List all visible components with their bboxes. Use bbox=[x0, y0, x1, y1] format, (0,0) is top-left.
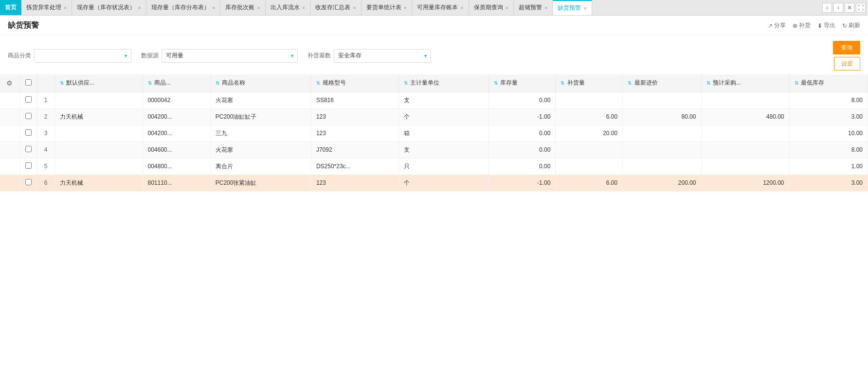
row-name-0: 火花塞 bbox=[210, 92, 311, 108]
tab-6[interactable]: 收发存汇总表 × bbox=[310, 0, 361, 15]
row-checkbox-cell-1[interactable] bbox=[19, 108, 37, 125]
col-code-label: 商品... bbox=[154, 79, 171, 86]
tab-7[interactable]: 要货单统计表 × bbox=[362, 0, 412, 15]
tab-3[interactable]: 现存量（库存分布表） × bbox=[146, 0, 220, 15]
row-checkbox-cell-2[interactable] bbox=[19, 125, 37, 141]
tab-close-all-btn[interactable]: ✕ bbox=[845, 3, 854, 13]
settings-button[interactable]: 设置 bbox=[834, 57, 860, 70]
col-supplier[interactable]: ⇅ 默认供应... bbox=[54, 74, 143, 92]
tab-home[interactable]: 首页 bbox=[0, 0, 21, 15]
table-row: 1 0000042 火花塞 SS816 支 0.00 8.00 bbox=[0, 92, 868, 108]
tab-9-label: 保质期查询 bbox=[474, 3, 503, 12]
row-est-purchase-2 bbox=[701, 125, 789, 141]
col-min-stock[interactable]: ⇅ 最低库存 bbox=[789, 74, 868, 92]
tab-3-close[interactable]: × bbox=[212, 5, 215, 11]
row-stock-1: -1.00 bbox=[488, 108, 556, 125]
table-row: 2 力天机械 004200... PC200油缸缸子 123 个 -1.00 6… bbox=[0, 108, 868, 125]
row-spec-3: J7092 bbox=[311, 141, 398, 158]
col-est-purchase[interactable]: ⇅ 预计采购... bbox=[701, 74, 789, 92]
tab-5[interactable]: 出入库流水 × bbox=[266, 0, 310, 15]
tab-next-btn[interactable]: › bbox=[833, 3, 843, 13]
tab-11-close[interactable]: × bbox=[583, 5, 586, 11]
row-unit-4: 只 bbox=[398, 158, 488, 175]
row-checkbox-2[interactable] bbox=[25, 129, 32, 136]
query-button[interactable]: 查询 bbox=[833, 41, 860, 54]
row-replenish-2: 20.00 bbox=[556, 125, 623, 141]
table-row: 6 力天机械 801110... PC200张紧油缸 123 个 -1.00 6… bbox=[0, 175, 868, 191]
row-name-4: 离合片 bbox=[210, 158, 311, 175]
export-action[interactable]: ⬇ 导出 bbox=[817, 21, 835, 30]
col-latest-price[interactable]: ⇅ 最新进价 bbox=[623, 74, 701, 92]
tab-8[interactable]: 可用量库存账本 × bbox=[412, 0, 469, 15]
tab-8-close[interactable]: × bbox=[460, 5, 463, 11]
row-replenish-4 bbox=[556, 158, 623, 175]
row-min-stock-0: 8.00 bbox=[789, 92, 868, 108]
sort-replenish-icon: ⇅ bbox=[561, 80, 564, 86]
gear-icon[interactable]: ⚙ bbox=[6, 79, 13, 87]
tab-1-close[interactable]: × bbox=[64, 5, 67, 11]
tab-10[interactable]: 超储预警 × bbox=[514, 0, 553, 15]
row-latest-price-3 bbox=[623, 141, 701, 158]
row-checkbox-cell-5[interactable] bbox=[19, 175, 37, 191]
col-replenish[interactable]: ⇅ 补货量 bbox=[556, 74, 623, 92]
row-unit-0: 支 bbox=[398, 92, 488, 108]
select-all-checkbox[interactable] bbox=[25, 79, 32, 86]
col-code[interactable]: ⇅ 商品... bbox=[143, 74, 210, 92]
row-stock-5: -1.00 bbox=[488, 175, 556, 191]
col-unit[interactable]: ⇅ 主计量单位 bbox=[398, 74, 488, 92]
refresh-action[interactable]: ↻ 刷新 bbox=[842, 21, 860, 30]
data-table: ⚙ ⇅ 默认供应... ⇅ 商品... ⇅ bbox=[0, 74, 868, 192]
tab-prev-btn[interactable]: ‹ bbox=[822, 3, 832, 13]
tab-9-close[interactable]: × bbox=[506, 5, 508, 11]
tab-fullscreen-btn[interactable]: ⛶ bbox=[856, 3, 866, 13]
filter-bar: 商品分类 ▾ 数据源 可用量 ▾ 补货基数 安全库存 ▾ 查询 设置 bbox=[0, 35, 868, 74]
row-supplier-5: 力天机械 bbox=[54, 175, 143, 191]
row-spec-5: 123 bbox=[311, 175, 398, 191]
row-checkbox-cell-0[interactable] bbox=[19, 92, 37, 108]
tab-4[interactable]: 库存批次账 × bbox=[220, 0, 265, 15]
col-spec[interactable]: ⇅ 规格型号 bbox=[311, 74, 398, 92]
row-est-purchase-1: 480.00 bbox=[701, 108, 789, 125]
tab-1[interactable]: 拣货异常处理 × bbox=[21, 0, 72, 15]
row-checkbox-4[interactable] bbox=[25, 162, 32, 169]
tab-7-close[interactable]: × bbox=[404, 5, 407, 11]
row-checkbox-1[interactable] bbox=[25, 113, 32, 119]
replenish-action[interactable]: ⊕ 补货 bbox=[793, 21, 811, 30]
row-supplier-3 bbox=[54, 141, 143, 158]
tab-2[interactable]: 现存量（库存状况表） × bbox=[72, 0, 146, 15]
tab-2-close[interactable]: × bbox=[138, 5, 141, 11]
col-checkbox[interactable] bbox=[19, 74, 37, 92]
row-code-5: 801110... bbox=[143, 175, 210, 191]
row-checkbox-3[interactable] bbox=[25, 146, 32, 152]
datasource-select[interactable]: 可用量 ▾ bbox=[162, 49, 298, 63]
table-row: 3 004200... 三九 123 箱 0.00 20.00 10.00 bbox=[0, 125, 868, 141]
sort-min-stock-icon: ⇅ bbox=[795, 80, 798, 86]
row-code-2: 004200... bbox=[143, 125, 210, 141]
category-select[interactable]: ▾ bbox=[34, 49, 131, 63]
export-label: 导出 bbox=[824, 21, 835, 30]
row-checkbox-5[interactable] bbox=[25, 179, 32, 185]
share-action[interactable]: ↗ 分享 bbox=[768, 21, 786, 30]
datasource-label: 数据源 bbox=[141, 52, 159, 60]
col-stock[interactable]: ⇅ 库存量 bbox=[488, 74, 556, 92]
replenish-base-dropdown-icon: ▾ bbox=[424, 53, 427, 58]
tab-5-close[interactable]: × bbox=[302, 5, 305, 11]
row-replenish-1: 6.00 bbox=[556, 108, 623, 125]
replenish-base-select[interactable]: 安全库存 ▾ bbox=[334, 49, 431, 63]
col-name[interactable]: ⇅ 商品名称 bbox=[210, 74, 311, 92]
tab-6-close[interactable]: × bbox=[353, 5, 356, 11]
row-checkbox-cell-4[interactable] bbox=[19, 158, 37, 175]
row-unit-2: 箱 bbox=[398, 125, 488, 141]
col-settings[interactable]: ⚙ bbox=[0, 74, 19, 92]
sort-spec-icon: ⇅ bbox=[316, 80, 320, 86]
row-checkbox-0[interactable] bbox=[25, 96, 32, 103]
datasource-dropdown-icon: ▾ bbox=[291, 53, 293, 58]
datasource-select-value: 可用量 bbox=[166, 52, 183, 60]
row-stock-4: 0.00 bbox=[488, 158, 556, 175]
tab-11[interactable]: 缺货预警 × bbox=[553, 0, 592, 15]
refresh-icon: ↻ bbox=[842, 22, 847, 29]
row-checkbox-cell-3[interactable] bbox=[19, 141, 37, 158]
tab-9[interactable]: 保质期查询 × bbox=[469, 0, 514, 15]
tab-10-close[interactable]: × bbox=[544, 5, 547, 11]
tab-4-close[interactable]: × bbox=[257, 5, 260, 11]
